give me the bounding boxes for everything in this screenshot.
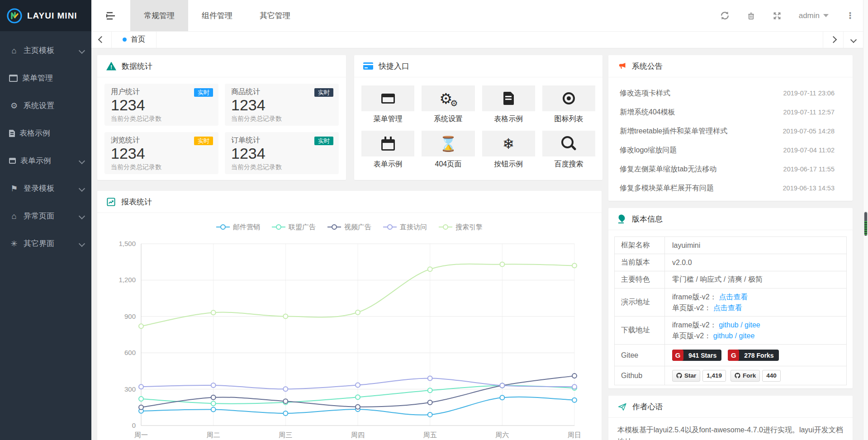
link-gitee[interactable]: gitee [745, 321, 760, 329]
svg-text:周一: 周一 [134, 431, 148, 439]
tab-home[interactable]: 首页 [112, 31, 157, 48]
fullscreen-icon[interactable] [773, 11, 782, 20]
announcement-text: 新增treetable插件和菜单管理样式 [620, 127, 727, 136]
quick-entry-菜单管理[interactable]: 菜单管理 [361, 85, 414, 123]
sidebar-toggle-icon[interactable] [91, 0, 130, 31]
quick-entry-系统设置[interactable]: ⚙系统设置 [422, 85, 474, 123]
credit-card-icon [363, 62, 373, 70]
legend-item-搜索引擎[interactable]: 搜索引擎 [439, 223, 483, 232]
announcement-item[interactable]: 修复多模块菜单栏展开有问题2019-06-13 14:53 [620, 179, 835, 198]
more-menu-icon[interactable]: ⋮ [846, 11, 854, 20]
announcement-date: 2019-06-17 11:55 [783, 166, 835, 173]
app-logo[interactable]: LAYUI MINI [0, 0, 91, 31]
sidebar-item-表单示例[interactable]: 表单示例 [0, 147, 91, 175]
legend-item-直接访问[interactable]: 直接访问 [383, 223, 427, 232]
version-link-line: iframe版-v2： 点击查看 [672, 292, 842, 303]
sidebar-item-label: 主页模板 [24, 45, 80, 56]
panel-quick-entry: 快捷入口 菜单管理⚙系统设置表格示例图标列表表单示例⌛404页面❄按钮示例百度搜… [354, 55, 602, 180]
link-gitee[interactable]: gitee [739, 332, 755, 340]
sidebar-item-其它界面[interactable]: ✳其它界面 [0, 230, 91, 257]
quick-entry-icon-box [361, 85, 414, 111]
quick-entry-404页面[interactable]: ⌛404页面 [422, 131, 474, 169]
header-tab-常规管理[interactable]: 常规管理 [130, 0, 188, 31]
panel-author-header: 作者心语 [608, 396, 853, 418]
tabs-scroll-right-button[interactable] [823, 31, 843, 48]
sidebar-item-登录模板[interactable]: ⚑登录模板 [0, 175, 91, 202]
legend-item-邮件营销[interactable]: 邮件营销 [216, 223, 260, 232]
legend-item-视频广告[interactable]: 视频广告 [327, 223, 371, 232]
announcement-item[interactable]: 修改logo缩放问题2019-07-04 11:02 [620, 141, 835, 160]
version-row-当前版本: 当前版本v2.0.0 [615, 254, 846, 271]
leaf-icon [617, 214, 626, 223]
announcement-item[interactable]: 新增treetable插件和菜单管理样式2019-07-05 14:28 [620, 122, 835, 141]
github-icon [676, 373, 682, 378]
trash-icon[interactable] [747, 11, 755, 20]
sidebar-item-菜单管理[interactable]: 菜单管理 [0, 64, 91, 92]
gitee-badge[interactable]: G278 Forks [728, 350, 778, 361]
link-separator: / [739, 321, 745, 329]
sidebar-item-label: 菜单管理 [22, 73, 84, 83]
quick-entry-按钮示例[interactable]: ❄按钮示例 [482, 131, 535, 169]
link-点击查看[interactable]: 点击查看 [719, 293, 748, 301]
header-actions: admin ⋮ [720, 0, 868, 31]
gitee-badge-text: 278 Forks [739, 352, 778, 359]
line-chart-icon [106, 197, 116, 207]
link-点击查看[interactable]: 点击查看 [713, 304, 742, 312]
quick-entry-label: 菜单管理 [361, 114, 414, 123]
version-row-主要特色: 主要特色零门槛 / 响应式 / 清爽 / 极简 [615, 271, 846, 289]
gears-icon: ⚙ [440, 91, 453, 106]
calendar-icon [381, 139, 395, 151]
gitee-badge[interactable]: G941 Stars [672, 350, 721, 361]
svg-text:1,500: 1,500 [119, 240, 136, 247]
github-count[interactable]: 1,419 [702, 370, 726, 382]
announcement-item[interactable]: 修复左侧菜单缩放tab无法移动2019-06-17 11:55 [620, 160, 835, 179]
paper-plane-icon [617, 402, 627, 412]
announcement-text: 修改logo缩放问题 [620, 146, 677, 155]
sidebar-item-异常页面[interactable]: ⌂异常页面 [0, 202, 91, 230]
github-widget: Fork440 [730, 370, 781, 382]
github-widget: Star1,419 [672, 370, 726, 382]
quick-entry-图标列表[interactable]: 图标列表 [542, 85, 595, 123]
scrollbar-thumb[interactable] [864, 212, 868, 236]
refresh-icon[interactable] [720, 11, 730, 20]
quick-entry-icon-box [482, 85, 535, 111]
quick-entry-表格示例[interactable]: 表格示例 [482, 85, 535, 123]
github-icon [735, 373, 740, 378]
svg-text:0: 0 [132, 421, 136, 429]
tabs-dropdown-button[interactable] [843, 31, 863, 48]
user-menu[interactable]: admin [799, 11, 829, 20]
github-star-button[interactable]: Star [672, 370, 700, 382]
link-github[interactable]: github [719, 321, 739, 329]
panel-title: 报表统计 [121, 197, 152, 207]
github-fork-button[interactable]: Fork [730, 370, 760, 382]
announcement-date: 2019-07-04 11:02 [783, 147, 835, 154]
quick-entry-百度搜索[interactable]: 百度搜索 [542, 131, 595, 169]
header-module-tabs: 常规管理组件管理其它管理 [130, 0, 304, 31]
logo-icon [6, 8, 23, 24]
chevron-right-icon [830, 36, 837, 43]
sidebar-item-label: 其它界面 [24, 238, 80, 249]
quick-entry-表单示例[interactable]: 表单示例 [361, 131, 414, 169]
announcement-item[interactable]: 新增系统404模板2019-07-11 12:57 [620, 103, 835, 122]
header-tab-组件管理[interactable]: 组件管理 [188, 0, 246, 31]
github-count[interactable]: 440 [762, 370, 781, 382]
snowflake-icon: ❄ [503, 136, 515, 151]
header-tab-其它管理[interactable]: 其它管理 [246, 0, 304, 31]
panel-title: 数据统计 [122, 61, 152, 71]
sidebar-item-主页模板[interactable]: ⌂主页模板 [0, 37, 91, 64]
realtime-badge: 实时 [194, 88, 213, 97]
flag-icon: ⚑ [9, 184, 19, 193]
sidebar-item-系统设置[interactable]: ⚙系统设置 [0, 92, 91, 119]
hourglass-icon: ⌛ [439, 136, 457, 151]
announcement-item[interactable]: 修改选项卡样式2019-07-11 23:06 [620, 84, 835, 103]
app-title: LAYUI MINI [27, 11, 77, 21]
panel-version-header: 版本信息 [608, 208, 853, 230]
chart-legend: 邮件营销联盟广告视频广告直接访问搜索引擎 [97, 213, 602, 234]
link-github[interactable]: github [713, 332, 733, 340]
tabs-scroll-left-button[interactable] [91, 31, 112, 48]
quick-entry-icon-box [542, 131, 595, 156]
quick-entry-grid: 菜单管理⚙系统设置表格示例图标列表表单示例⌛404页面❄按钮示例百度搜索 [354, 77, 602, 169]
legend-item-联盟广告[interactable]: 联盟广告 [272, 223, 316, 232]
link-prefix: iframe版-v2： [672, 293, 719, 301]
sidebar-item-表格示例[interactable]: 表格示例 [0, 119, 91, 147]
